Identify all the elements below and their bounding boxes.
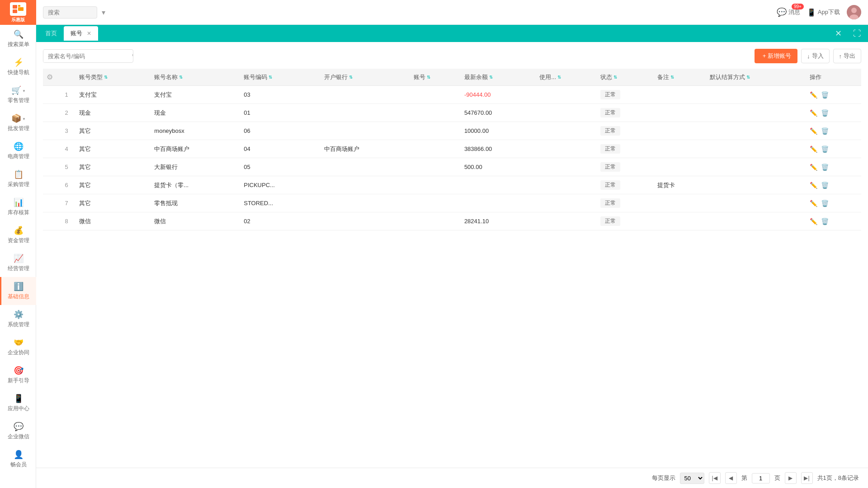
- edit-button-4[interactable]: ✏️: [810, 164, 817, 171]
- page-number-input[interactable]: [752, 473, 770, 483]
- cell-account-name-6: 零售抵现: [151, 194, 240, 212]
- cell-account-name-7: 微信: [151, 212, 240, 230]
- sidebar-item-purchase-mgmt[interactable]: 📋 采购管理: [0, 165, 36, 193]
- usage-sort-icon: ⇅: [557, 75, 561, 79]
- delete-button-3[interactable]: 🗑️: [821, 145, 829, 153]
- tab-minimize-icon[interactable]: ✕: [830, 28, 846, 38]
- delete-button-1[interactable]: 🗑️: [821, 109, 829, 117]
- cell-status-0: 正常: [597, 86, 654, 104]
- sidebar-item-quick-nav[interactable]: ⚡ 快捷导航: [0, 53, 36, 81]
- app-logo: 乐惠版: [0, 0, 36, 25]
- cell-account-name-3: 中百商场账户: [151, 140, 240, 158]
- ecommerce-mgmt-icon: 🌐: [14, 141, 24, 151]
- cell-num-6: 7: [57, 194, 75, 212]
- first-page-button[interactable]: |◀: [709, 472, 721, 484]
- top-search-input[interactable]: [43, 6, 97, 19]
- sidebar-item-capital-mgmt[interactable]: 💰 资金管理: [0, 221, 36, 249]
- wholesale-mgmt-icon: 📦: [11, 113, 21, 123]
- sidebar-item-enterprise-agreement[interactable]: 🤝 企业协同: [0, 333, 36, 361]
- export-button[interactable]: ↑ 导出: [833, 49, 862, 63]
- sidebar-item-search-menu-label: 搜索菜单: [8, 41, 29, 48]
- enterprise-wechat-icon: 💬: [14, 422, 24, 432]
- edit-button-7[interactable]: ✏️: [810, 218, 817, 225]
- edit-button-1[interactable]: ✏️: [810, 109, 817, 117]
- cell-default-settlement-6: [706, 194, 806, 212]
- cell-default-settlement-7: [706, 212, 806, 230]
- th-default-settlement[interactable]: 默认结算方式 ⇅: [706, 69, 806, 86]
- import-button[interactable]: ↓ 导入: [801, 49, 830, 63]
- add-account-button[interactable]: + 新增账号: [755, 49, 797, 63]
- cell-default-settlement-0: [706, 86, 806, 104]
- last-page-button[interactable]: ▶|: [801, 472, 813, 484]
- tab-account[interactable]: 账号 ✕: [64, 26, 98, 41]
- sidebar-item-basic-info-label: 基础信息: [8, 293, 29, 300]
- cell-account-code-5: PICKUPC...: [240, 176, 321, 194]
- delete-button-0[interactable]: 🗑️: [821, 91, 829, 99]
- sidebar-item-beginner-guide[interactable]: 🎯 新手引导: [0, 361, 36, 389]
- cell-action-7: ✏️ 🗑️: [806, 212, 861, 230]
- th-account-type[interactable]: 账号类型 ⇅: [75, 69, 151, 86]
- th-account-code[interactable]: 账号编码 ⇅: [240, 69, 321, 86]
- messages-button[interactable]: 💬 消息 99+: [777, 7, 800, 17]
- dropdown-icon[interactable]: ▾: [102, 8, 105, 17]
- th-status[interactable]: 状态 ⇅: [597, 69, 654, 86]
- sidebar-item-wholesale-mgmt[interactable]: 📦 ▼ 批发管理: [0, 109, 36, 137]
- sidebar-item-ecommerce-mgmt[interactable]: 🌐 电商管理: [0, 137, 36, 165]
- delete-button-4[interactable]: 🗑️: [821, 164, 829, 171]
- cell-usage-5: [536, 176, 596, 194]
- tab-account-close-icon[interactable]: ✕: [87, 30, 91, 37]
- th-bank[interactable]: 开户银行 ⇅: [321, 69, 410, 86]
- delete-button-6[interactable]: 🗑️: [821, 200, 829, 207]
- th-settings[interactable]: ⚙: [43, 69, 57, 86]
- app-download-icon: 📱: [807, 8, 816, 17]
- sidebar-item-retail-mgmt[interactable]: 🛒 ▼ 零售管理: [0, 81, 36, 109]
- th-remark[interactable]: 备注 ⇅: [654, 69, 706, 86]
- edit-button-3[interactable]: ✏️: [810, 145, 817, 153]
- account-search-input[interactable]: [43, 50, 128, 62]
- edit-button-2[interactable]: ✏️: [810, 127, 817, 135]
- sidebar-item-app-center[interactable]: 📱 应用中心: [0, 389, 36, 417]
- sidebar-item-system-mgmt[interactable]: ⚙️ 系统管理: [0, 305, 36, 333]
- cell-latest-balance-3: 383866.00: [461, 140, 536, 158]
- sidebar-item-inventory-check[interactable]: 📊 库存核算: [0, 193, 36, 221]
- search-menu-icon: 🔍: [14, 29, 24, 39]
- sidebar-item-basic-info[interactable]: ℹ️ 基础信息: [0, 277, 36, 305]
- edit-button-6[interactable]: ✏️: [810, 200, 817, 207]
- page-size-select[interactable]: 50 100 200: [680, 473, 704, 484]
- edit-button-5[interactable]: ✏️: [810, 182, 817, 189]
- settings-icon[interactable]: ⚙: [47, 73, 53, 81]
- sidebar-item-search-menu[interactable]: 🔍 搜索菜单: [0, 25, 36, 53]
- cell-usage-4: [536, 158, 596, 176]
- sidebar-item-enterprise-wechat[interactable]: 💬 企业微信: [0, 417, 36, 445]
- edit-button-0[interactable]: ✏️: [810, 91, 817, 99]
- cell-action-3: ✏️ 🗑️: [806, 140, 861, 158]
- th-account-no[interactable]: 账号 ⇅: [410, 69, 461, 86]
- cell-action-0: ✏️ 🗑️: [806, 86, 861, 104]
- top-bar: ▾ 💬 消息 99+ 📱 App下载: [36, 0, 868, 25]
- prev-page-button[interactable]: ◀: [725, 472, 737, 484]
- account-search-button[interactable]: 🔍: [128, 50, 133, 62]
- delete-button-5[interactable]: 🗑️: [821, 182, 829, 189]
- tab-home-label: 首页: [45, 29, 57, 38]
- sidebar-item-member[interactable]: 👤 畅会员: [0, 445, 36, 473]
- cell-remark-1: [654, 104, 706, 122]
- next-page-button[interactable]: ▶: [785, 472, 797, 484]
- delete-button-7[interactable]: 🗑️: [821, 218, 829, 225]
- cell-account-type-1: 现金: [75, 104, 151, 122]
- delete-button-2[interactable]: 🗑️: [821, 127, 829, 135]
- cell-bank-1: [321, 104, 410, 122]
- tab-expand-icon[interactable]: ⛶: [849, 29, 866, 38]
- sidebar-item-operation-mgmt[interactable]: 📈 经营管理: [0, 249, 36, 277]
- tab-home[interactable]: 首页: [38, 26, 64, 41]
- cell-account-type-6: 其它: [75, 194, 151, 212]
- cell-usage-6: [536, 194, 596, 212]
- th-latest-balance[interactable]: 最新余额 ⇅: [461, 69, 536, 86]
- pagination-bar: 每页显示 50 100 200 |◀ ◀ 第 页 ▶ ▶| 共1页，8条记录: [36, 468, 868, 488]
- account-code-sort-icon: ⇅: [269, 75, 272, 79]
- user-avatar[interactable]: [847, 5, 861, 19]
- svg-point-5: [851, 8, 857, 13]
- quick-nav-icon: ⚡: [14, 57, 24, 67]
- th-account-name[interactable]: 账号名称 ⇅: [151, 69, 240, 86]
- th-usage[interactable]: 使用... ⇅: [536, 69, 596, 86]
- app-download-button[interactable]: 📱 App下载: [807, 8, 840, 17]
